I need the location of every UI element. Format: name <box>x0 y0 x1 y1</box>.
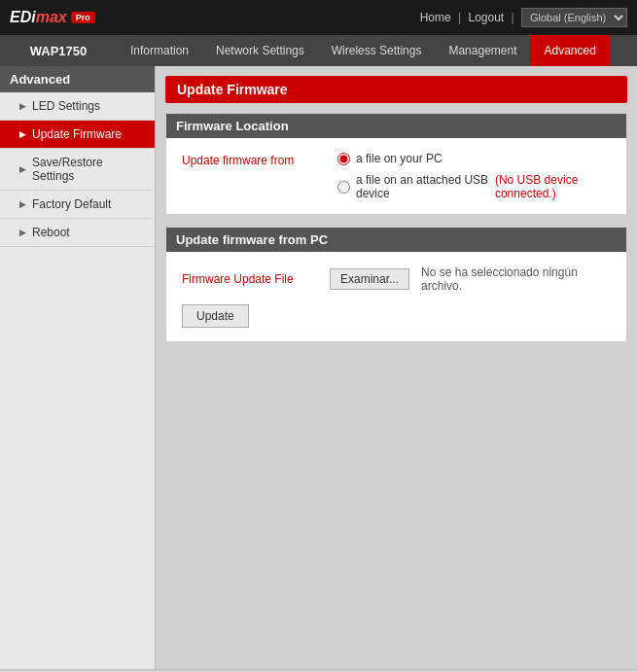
sidebar-item-save-restore[interactable]: Save/Restore Settings <box>0 149 155 191</box>
logout-link[interactable]: Logout <box>469 11 505 24</box>
sidebar: Advanced LED Settings Update Firmware Sa… <box>0 66 156 669</box>
main-content: Update Firmware Firmware Location Update… <box>156 66 637 669</box>
radio-options: a file on your PC a file on an attached … <box>337 152 611 200</box>
sidebar-item-reboot[interactable]: Reboot <box>0 219 155 247</box>
sidebar-item-led-settings[interactable]: LED Settings <box>0 92 155 121</box>
radio-usb[interactable] <box>337 181 350 194</box>
logo: EDimax Pro <box>10 9 95 26</box>
radio-usb-label: a file on an attached USB device <box>356 173 489 200</box>
radio-pc[interactable] <box>337 153 350 165</box>
no-file-text: No se ha seleccionado ningún archivo. <box>421 265 611 293</box>
update-from-pc-body: Firmware Update File Examinar... No se h… <box>166 252 626 341</box>
logo-edi: EDi <box>10 9 36 26</box>
nav-information[interactable]: Information <box>117 35 202 66</box>
firmware-location-row: Update firmware from a file on your PC a… <box>182 152 611 200</box>
sidebar-title: Advanced <box>0 66 155 92</box>
logo-pro: Pro <box>71 12 95 23</box>
nav-advanced[interactable]: Advanced <box>530 35 609 66</box>
firmware-file-row: Firmware Update File Examinar... No se h… <box>182 265 611 293</box>
sidebar-item-update-firmware[interactable]: Update Firmware <box>0 121 155 149</box>
separator1: | <box>458 11 464 24</box>
firmware-location-header: Firmware Location <box>166 114 626 138</box>
page-title: Update Firmware <box>165 76 627 103</box>
browse-button[interactable]: Examinar... <box>330 268 409 290</box>
navbar: WAP1750 Information Network Settings Wir… <box>0 35 637 66</box>
update-from-pc-section: Update firmware from PC Firmware Update … <box>165 227 627 342</box>
language-select[interactable]: Global (English) <box>521 8 627 27</box>
radio-pc-option[interactable]: a file on your PC <box>337 152 611 165</box>
radio-usb-option[interactable]: a file on an attached USB device (No USB… <box>337 173 611 200</box>
home-link[interactable]: Home <box>420 11 451 24</box>
radio-pc-label: a file on your PC <box>356 152 442 165</box>
content-wrapper: Advanced LED Settings Update Firmware Sa… <box>0 66 637 669</box>
update-from-pc-header: Update firmware from PC <box>166 228 626 252</box>
nav-management[interactable]: Management <box>435 35 530 66</box>
logo-max: max <box>36 9 67 26</box>
nav-wireless-settings[interactable]: Wireless Settings <box>318 35 436 66</box>
separator2: | <box>512 11 517 24</box>
update-firmware-from-label: Update firmware from <box>182 152 318 167</box>
nav-items: Information Network Settings Wireless Se… <box>117 35 610 66</box>
firmware-update-file-label: Firmware Update File <box>182 272 318 286</box>
header: EDimax Pro Home | Logout | Global (Engli… <box>0 0 637 35</box>
sidebar-item-factory-default[interactable]: Factory Default <box>0 191 155 219</box>
firmware-location-body: Update firmware from a file on your PC a… <box>166 138 626 214</box>
firmware-location-section: Firmware Location Update firmware from a… <box>165 113 627 215</box>
nav-network-settings[interactable]: Network Settings <box>202 35 318 66</box>
device-name: WAP1750 <box>0 44 117 58</box>
usb-note: (No USB device connected.) <box>495 173 611 200</box>
update-button[interactable]: Update <box>182 304 249 328</box>
header-nav: Home | Logout | Global (English) <box>420 8 627 27</box>
